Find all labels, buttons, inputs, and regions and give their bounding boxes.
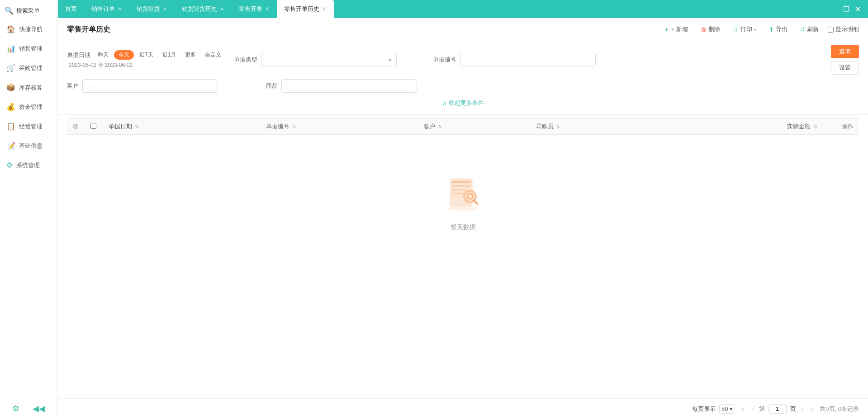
tab-retail-open-history[interactable]: 零售开单历史 ✕ <box>277 0 334 18</box>
sidebar-search-label: 搜索采单 <box>16 7 40 15</box>
sidebar-item-operation[interactable]: 📋 经营管理 <box>0 117 57 136</box>
th-action: 操作 <box>823 119 859 135</box>
th-amount: 实销金额 ⇅ <box>665 119 823 135</box>
show-detail-label: 显示明细 <box>835 25 859 33</box>
data-table: ⚙ 单据日期 ⇅ 单据编号 ⇅ <box>67 118 859 250</box>
sidebar-item-sys-mgmt[interactable]: ⚙ 系统管理 <box>0 155 57 175</box>
query-button[interactable]: 查询 <box>831 45 859 58</box>
delete-button[interactable]: 🗑 删除 <box>697 24 724 35</box>
add-button[interactable]: ＋ + 新增 <box>660 24 692 35</box>
window-close-icon[interactable]: ✕ <box>855 5 861 14</box>
customer-label: 客户 <box>67 82 79 90</box>
sort-customer-icon[interactable]: ⇅ <box>438 124 442 129</box>
window-restore-icon[interactable]: ❐ <box>843 5 849 14</box>
doc-type-chevron-icon: ▾ <box>389 56 392 63</box>
select-all-checkbox[interactable] <box>90 123 96 129</box>
th-salesperson-label: 导购员 <box>536 123 554 130</box>
table-settings-icon[interactable]: ⚙ <box>72 122 78 130</box>
refresh-label: 刷新 <box>807 25 819 33</box>
operation-icon: 📋 <box>6 122 15 131</box>
tab-home[interactable]: 首页 <box>58 0 84 18</box>
svg-point-0 <box>448 206 478 211</box>
per-page-select[interactable]: 50 ▾ <box>719 404 735 414</box>
date-btn-7days[interactable]: 近7天 <box>136 50 157 60</box>
tab-retail-open-history-close[interactable]: ✕ <box>322 6 327 12</box>
svg-rect-3 <box>452 185 471 187</box>
sidebar-item-basic-info[interactable]: 📝 基础信息 <box>0 136 57 155</box>
collapse-filter-button[interactable]: ∧ 收起更多条件 <box>442 97 484 109</box>
date-btn-today[interactable]: 今天 <box>114 50 134 60</box>
per-page-chevron-icon: ▾ <box>730 405 733 412</box>
sort-date-icon[interactable]: ⇅ <box>135 124 139 129</box>
settings-footer-icon[interactable]: ⚙ <box>12 404 19 414</box>
filter-docno-group: 单据编号 <box>433 53 605 66</box>
page-header: 零售开单历史 ＋ + 新增 🗑 删除 🖨 打印 ▾ ⬆ 导出 <box>58 18 868 39</box>
filter-row-2: 客户 ... 商品 ... <box>67 79 859 93</box>
sidebar-item-label: 系统管理 <box>16 161 40 169</box>
empty-illustration <box>441 171 486 216</box>
page-first-button[interactable]: « <box>739 405 746 414</box>
main-area: 首页 销售订单 ✕ 销货退货 ✕ 销货退货历史 ✕ 零售开单 ✕ 零售开单历史 … <box>58 0 868 419</box>
sidebar-item-label: 销售管理 <box>19 45 43 53</box>
search-icon: 🔍 <box>5 6 14 15</box>
print-icon: 🖨 <box>733 26 739 33</box>
sidebar-item-label: 快捷导航 <box>19 25 43 33</box>
sidebar-item-quick-nav[interactable]: 🏠 快捷导航 <box>0 19 57 39</box>
add-icon: ＋ <box>664 25 669 33</box>
th-amount-label: 实销金额 <box>787 123 811 130</box>
sort-number-icon[interactable]: ⇅ <box>292 124 296 129</box>
doc-no-input[interactable] <box>460 53 596 66</box>
date-range-text: 2023-06-02 至 2023-06-02 <box>69 61 133 69</box>
tab-retail-open-history-label: 零售开单历史 <box>284 5 319 13</box>
collapse-sidebar-icon[interactable]: ◀◀ <box>33 404 45 414</box>
page-last-button[interactable]: » <box>809 405 816 414</box>
th-salesperson: 导购员 ⇅ <box>531 119 665 135</box>
doc-type-label: 单据类型 <box>234 56 257 64</box>
tab-retail-open[interactable]: 零售开单 ✕ <box>232 0 277 18</box>
th-customer: 客户 ⇅ <box>418 119 530 135</box>
sidebar-item-label: 资金管理 <box>19 103 43 111</box>
per-page-label: 每页显示 <box>692 405 716 413</box>
page-number-input[interactable] <box>768 404 787 414</box>
tab-sales-return-history-close[interactable]: ✕ <box>220 6 224 12</box>
setting-button[interactable]: 设置 <box>831 61 859 75</box>
print-button[interactable]: 🖨 打印 ▾ <box>729 24 760 35</box>
sidebar-item-sales-mgmt[interactable]: 📊 销售管理 <box>0 39 57 58</box>
pagination-total: 共0页, 0条记录 <box>820 405 859 413</box>
tab-sales-order[interactable]: 销售订单 ✕ <box>84 0 129 18</box>
show-detail-toggle[interactable]: 显示明细 <box>828 25 859 33</box>
sidebar-search[interactable]: 🔍 搜索采单 <box>0 0 57 19</box>
sort-salesperson-icon[interactable]: ⇅ <box>556 124 560 129</box>
date-btn-1month[interactable]: 近1月 <box>159 50 180 60</box>
show-detail-checkbox[interactable] <box>828 27 834 33</box>
date-btn-custom[interactable]: 自定义 <box>201 50 225 60</box>
sidebar-item-label: 库存核算 <box>19 84 43 92</box>
tab-sales-return-history[interactable]: 销货退货历史 ✕ <box>175 0 232 18</box>
date-btn-yesterday[interactable]: 昨天 <box>94 50 112 60</box>
tab-retail-open-close[interactable]: ✕ <box>265 6 270 12</box>
refresh-button[interactable]: ↺ 刷新 <box>797 24 822 35</box>
tab-sales-return-close[interactable]: ✕ <box>163 6 167 12</box>
page-prev-button[interactable]: ‹ <box>749 405 755 414</box>
doc-type-select[interactable]: ▾ <box>261 53 397 66</box>
sidebar-item-purchase-mgmt[interactable]: 🛒 采购管理 <box>0 58 57 78</box>
export-label: 导出 <box>776 25 787 33</box>
sys-icon: ⚙ <box>6 161 13 169</box>
pagination: 每页显示 50 ▾ « ‹ 第 页 › » 共0页, 0条记录 <box>58 398 868 419</box>
sort-amount-icon[interactable]: ⇅ <box>813 124 817 129</box>
goods-select[interactable]: ... <box>281 79 417 93</box>
export-button[interactable]: ⬆ 导出 <box>765 24 791 35</box>
tab-sales-return[interactable]: 销货退货 ✕ <box>129 0 175 18</box>
sidebar-item-finance[interactable]: 💰 资金管理 <box>0 97 57 117</box>
date-btn-more[interactable]: 更多 <box>181 50 199 60</box>
sales-icon: 📊 <box>6 44 15 53</box>
customer-select[interactable]: ... <box>82 79 218 93</box>
page-next-button[interactable]: › <box>800 405 806 414</box>
add-label: + 新增 <box>671 25 688 33</box>
refresh-icon: ↺ <box>800 26 805 33</box>
sidebar-item-inventory[interactable]: 📦 库存核算 <box>0 78 57 97</box>
filter-date-group: 单据日期 昨天 今天 近7天 近1月 更多 自定义 2023-06-02 至 2… <box>67 50 225 69</box>
tab-sales-return-history-label: 销货退货历史 <box>182 5 217 13</box>
tab-sales-order-close[interactable]: ✕ <box>118 6 122 12</box>
tab-home-label: 首页 <box>65 5 77 13</box>
